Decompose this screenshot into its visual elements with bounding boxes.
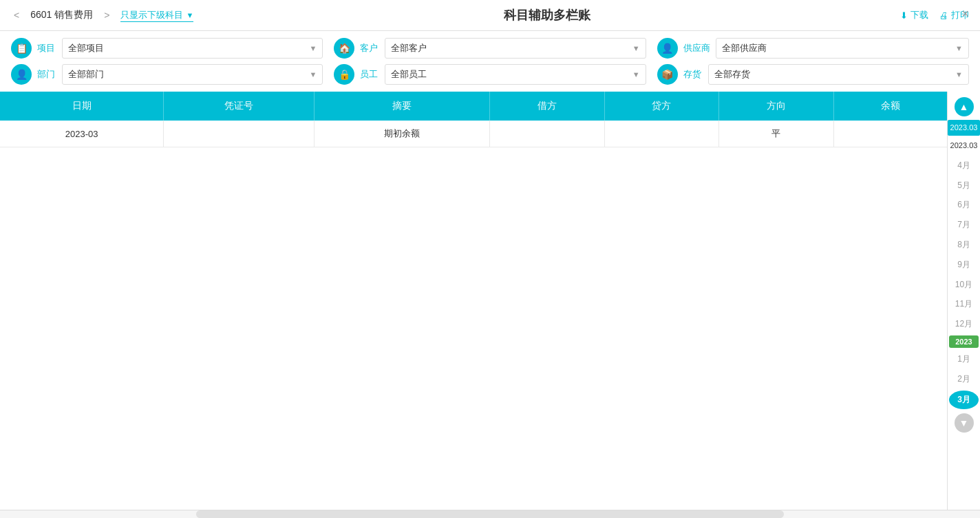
show-sub-label: 只显示下级科目	[120, 9, 183, 21]
cell-balance	[833, 121, 947, 147]
filter-row-1: 📋 项目 全部项目 ▼ 🏠 客户 全部客户 ▼	[11, 38, 969, 59]
cell-direction: 平	[719, 121, 834, 147]
page-title: 科目辅助多栏账	[202, 7, 892, 23]
supplier-chevron-icon: ▼	[955, 44, 963, 52]
supplier-value: 全部供应商	[722, 42, 767, 54]
employee-chevron-icon: ▼	[632, 70, 640, 79]
filter-item-customer: 🏠 客户 全部客户 ▼	[334, 38, 646, 59]
cell-debit	[490, 121, 605, 147]
project-label: 项目	[37, 42, 56, 54]
table-container[interactable]: 日期 凭证号 摘要 借方 贷方 方向 余额 2023-03 期初余额	[0, 92, 947, 510]
filter-item-project: 📋 项目 全部项目 ▼	[11, 38, 323, 59]
download-icon: ⬇	[900, 10, 908, 21]
filter-area: 📋 项目 全部项目 ▼ 🏠 客户 全部客户 ▼	[0, 31, 980, 92]
show-sub-toggle[interactable]: 只显示下级科目 ▼	[120, 9, 193, 22]
main-container: < 6601 销售费用 > 只显示下级科目 ▼ 科目辅助多栏账 ⬇ 下载 🖨 打…	[0, 0, 980, 518]
sidebar-month-4[interactable]: 4月	[948, 156, 980, 176]
department-label: 部门	[37, 68, 56, 81]
account-code: 6601 销售费用	[30, 9, 93, 21]
customer-chevron-icon: ▼	[632, 44, 640, 52]
chevron-down-icon: ▼	[186, 11, 193, 19]
col-summary: 摘要	[314, 92, 489, 121]
project-value: 全部项目	[68, 42, 104, 54]
next-account-btn[interactable]: >	[101, 8, 112, 22]
sidebar-month-6[interactable]: 6月	[948, 195, 980, 215]
inventory-label: 存货	[683, 68, 703, 81]
print-icon: 🖨	[939, 10, 948, 21]
project-icon: 📋	[11, 38, 32, 59]
employee-label: 员工	[360, 68, 379, 81]
table-row: 2023-03 期初余额 平	[0, 121, 947, 147]
year-badge-2023[interactable]: 2023	[949, 335, 978, 348]
sidebar-month-3-active[interactable]: 3月	[949, 391, 978, 409]
employee-value: 全部员工	[391, 68, 427, 81]
sidebar-month-2[interactable]: 2月	[948, 369, 980, 389]
project-chevron-icon: ▼	[309, 44, 317, 52]
inventory-select[interactable]: 全部存货 ▼	[708, 64, 969, 85]
table-header-row: 日期 凭证号 摘要 借方 贷方 方向 余额	[0, 92, 947, 121]
col-debit: 借方	[490, 92, 605, 121]
employee-icon: 🔒	[334, 64, 354, 85]
sidebar-month-7[interactable]: 7月	[948, 215, 980, 235]
sidebar-month-11[interactable]: 11月	[948, 294, 980, 314]
cell-date: 2023-03	[0, 121, 164, 147]
filter-item-inventory: 📦 存货 全部存货 ▼	[657, 64, 969, 85]
close-button[interactable]: ×	[961, 7, 969, 21]
customer-icon: 🏠	[334, 38, 354, 59]
col-voucher: 凭证号	[164, 92, 314, 121]
sidebar-month-9[interactable]: 9月	[948, 255, 980, 275]
supplier-select[interactable]: 全部供应商 ▼	[716, 38, 969, 59]
download-button[interactable]: ⬇ 下载	[900, 9, 928, 21]
inventory-chevron-icon: ▼	[955, 70, 963, 79]
prev-account-btn[interactable]: <	[11, 8, 22, 22]
sidebar-up-btn[interactable]: ▲	[955, 97, 974, 116]
sidebar-period-highlight[interactable]: 2023.03	[948, 120, 980, 136]
sidebar-month-12[interactable]: 12月	[948, 314, 980, 334]
ledger-table: 日期 凭证号 摘要 借方 贷方 方向 余额 2023-03 期初余额	[0, 92, 947, 147]
employee-select[interactable]: 全部员工 ▼	[385, 64, 646, 85]
cell-credit	[604, 121, 719, 147]
supplier-label: 供应商	[683, 42, 710, 54]
sidebar-down-btn[interactable]: ▼	[955, 413, 974, 433]
col-credit: 贷方	[604, 92, 719, 121]
sidebar-month-8[interactable]: 8月	[948, 235, 980, 255]
header: < 6601 销售费用 > 只显示下级科目 ▼ 科目辅助多栏账 ⬇ 下载 🖨 打…	[0, 0, 980, 31]
cell-voucher	[164, 121, 314, 147]
filter-item-supplier: 👤 供应商 全部供应商 ▼	[657, 38, 969, 59]
department-icon: 👤	[11, 64, 32, 85]
department-select[interactable]: 全部部门 ▼	[62, 64, 323, 85]
bottom-scrollbar[interactable]	[0, 510, 980, 518]
inventory-icon: 📦	[657, 64, 678, 85]
customer-select[interactable]: 全部客户 ▼	[385, 38, 646, 59]
department-chevron-icon: ▼	[309, 70, 317, 79]
customer-value: 全部客户	[391, 42, 427, 54]
sidebar-month-5[interactable]: 5月	[948, 176, 980, 196]
filter-row-2: 👤 部门 全部部门 ▼ 🔒 员工 全部员工 ▼	[11, 64, 969, 85]
filter-item-department: 👤 部门 全部部门 ▼	[11, 64, 323, 85]
supplier-icon: 👤	[657, 38, 678, 59]
table-wrapper: 日期 凭证号 摘要 借方 贷方 方向 余额 2023-03 期初余额	[0, 92, 980, 510]
customer-label: 客户	[360, 42, 379, 54]
col-balance: 余额	[833, 92, 947, 121]
right-sidebar: ▲ 2023.03 2023.03 4月 5月 6月 7月 8月 9月 10月 …	[947, 92, 980, 510]
header-actions: ⬇ 下载 🖨 打印	[900, 9, 969, 21]
project-select[interactable]: 全部项目 ▼	[62, 38, 323, 59]
filter-item-employee: 🔒 员工 全部员工 ▼	[334, 64, 646, 85]
department-value: 全部部门	[68, 68, 104, 81]
col-direction: 方向	[719, 92, 834, 121]
sidebar-month-1[interactable]: 1月	[948, 349, 980, 369]
download-label: 下载	[910, 9, 928, 21]
sidebar-month-10[interactable]: 10月	[948, 275, 980, 295]
scrollbar-track	[196, 510, 784, 518]
col-date: 日期	[0, 92, 164, 121]
sidebar-period-normal[interactable]: 2023.03	[948, 136, 980, 155]
inventory-value: 全部存货	[714, 68, 750, 81]
cell-summary: 期初余额	[314, 121, 489, 147]
